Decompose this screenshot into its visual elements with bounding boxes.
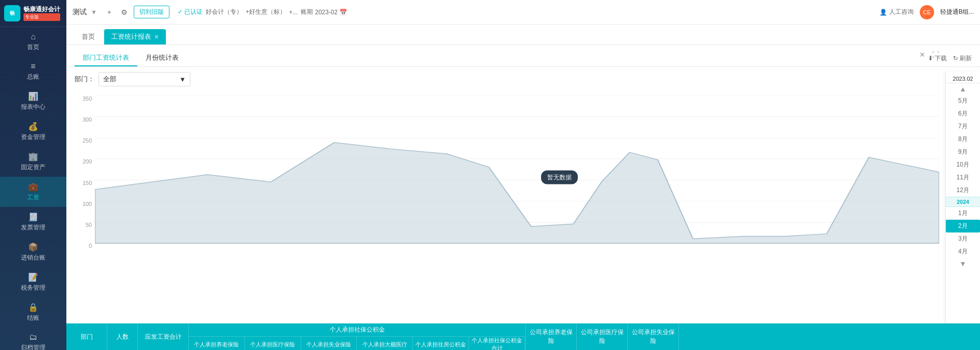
sub-tab-bar: 部门工资统计表 月份统计表 ⬇ 下载 ↻ 刷新 xyxy=(66,45,980,67)
user-avatar[interactable]: CE xyxy=(920,5,934,19)
main-area: 测试 ▼ ＋ ⚙ 切到旧版 ✓ 已认证 好会计（专） +好生意（标） +... … xyxy=(66,0,980,350)
more-badge: +... xyxy=(289,9,298,16)
th-personal-group-cells: 个人承担养老保险 个人承担医疗保险 个人承担失业保险 个人承担大额医疗 个人承担… xyxy=(189,337,525,350)
sidebar-item-salary[interactable]: 💼 工资 xyxy=(0,177,66,207)
dept-filter-select[interactable]: 全部 ▼ xyxy=(99,72,190,86)
calendar-icon[interactable]: 📅 xyxy=(339,9,347,16)
th-total-salary: 应发工资合计 xyxy=(138,323,189,350)
th-personal-group-title: 个人承担社保公积金 xyxy=(189,323,525,337)
y-label-200: 200 xyxy=(83,158,92,165)
good-account-badge: 好会计（专） xyxy=(206,8,242,16)
date-prev-button[interactable]: ▲ xyxy=(946,83,980,95)
date-month-11[interactable]: 11月 xyxy=(946,171,980,184)
y-label-100: 100 xyxy=(83,201,92,207)
settings-button[interactable]: ⚙ xyxy=(118,6,131,18)
date-month-9[interactable]: 9月 xyxy=(946,146,980,158)
sidebar-item-assets[interactable]: 🏢 固定资产 xyxy=(0,147,66,177)
service-icon: 👤 xyxy=(879,9,887,16)
expand-panel-button[interactable]: ⛶ xyxy=(930,49,941,60)
sidebar-item-label: 发票管理 xyxy=(21,223,45,232)
reports-icon: 📊 xyxy=(28,91,38,101)
company-title: 测试 xyxy=(72,8,87,17)
th-company-pension: 公司承担养老保险 xyxy=(526,323,577,350)
tab-close-icon[interactable]: ✕ xyxy=(154,34,159,40)
status-badges: ✓ 已认证 好会计（专） +好生意（标） +... 账期 2023-02 📅 xyxy=(178,8,347,16)
ledger-icon: ≡ xyxy=(31,62,35,71)
date-year-2024: 2024 xyxy=(946,197,980,207)
refresh-button[interactable]: ↻ 刷新 xyxy=(953,54,972,63)
sub-tabs: 部门工资统计表 月份统计表 xyxy=(75,50,187,66)
date-month-4[interactable]: 4月 xyxy=(946,245,980,258)
date-month-7[interactable]: 7月 xyxy=(946,120,980,133)
sidebar-item-funds[interactable]: 💰 资金管理 xyxy=(0,116,66,147)
subtab-dept[interactable]: 部门工资统计表 xyxy=(75,50,137,66)
filter-row: 部门： 全部 ▼ xyxy=(66,67,980,91)
sidebar-item-label: 归档管理 xyxy=(21,343,45,350)
tax-icon: 📝 xyxy=(28,272,38,282)
y-label-50: 50 xyxy=(86,222,92,228)
date-month-8[interactable]: 8月 xyxy=(946,133,980,146)
invoice-icon: 🧾 xyxy=(28,212,38,222)
th-personal-housing: 个人承担住房公积金 xyxy=(413,337,469,350)
sidebar-item-invoice[interactable]: 🧾 发票管理 xyxy=(0,207,66,237)
sidebar-item-label: 资金管理 xyxy=(21,133,45,142)
tab-bar: 首页 工资统计报表 ✕ xyxy=(66,25,980,45)
sidebar-item-archive[interactable]: 🗂 归档管理 xyxy=(0,328,66,350)
sidebar-item-closing[interactable]: 🔒 结账 xyxy=(0,297,66,328)
y-label-300: 300 xyxy=(83,116,92,123)
refresh-icon: ↻ xyxy=(953,55,958,62)
content-top-actions: ✕ ⛶ xyxy=(917,49,941,60)
th-personal-group: 个人承担社保公积金 个人承担养老保险 个人承担医疗保险 个人承担失业保险 个人承… xyxy=(189,323,526,350)
sidebar-item-home[interactable]: ⌂ 首页 xyxy=(0,27,66,57)
sidebar: 畅 畅康通好会计 专业版 ⌂ 首页 ≡ 总账 📊 报表中心 💰 资金管理 🏢 固… xyxy=(0,0,66,350)
content-wrapper: ✕ ⛶ 部门工资统计表 月份统计表 ⬇ 下载 ↻ 刷新 xyxy=(66,45,980,350)
th-personal-large-medical: 个人承担大额医疗 xyxy=(357,337,413,350)
close-panel-button[interactable]: ✕ xyxy=(917,49,928,60)
dropdown-arrow-icon[interactable]: ▼ xyxy=(91,9,97,16)
top-bar: 测试 ▼ ＋ ⚙ 切到旧版 ✓ 已认证 好会计（专） +好生意（标） +... … xyxy=(66,0,980,25)
th-personal-medical: 个人承担医疗保险 xyxy=(245,337,301,350)
th-company-unemployment: 公司承担失业保险 xyxy=(628,323,679,350)
sidebar-nav: ⌂ 首页 ≡ 总账 📊 报表中心 💰 资金管理 🏢 固定资产 💼 工资 🧾 发票… xyxy=(0,27,66,350)
sidebar-item-label: 总账 xyxy=(27,73,39,81)
th-company-medical: 公司承担医疗保险 xyxy=(577,323,628,350)
th-dept: 部门 xyxy=(66,323,107,350)
user-name[interactable]: 轻捷通B组... xyxy=(940,8,974,16)
sidebar-item-ledger[interactable]: ≡ 总账 xyxy=(0,57,66,86)
subtab-monthly[interactable]: 月份统计表 xyxy=(137,50,187,66)
th-personal-unemployment: 个人承担失业保险 xyxy=(301,337,357,350)
archive-icon: 🗂 xyxy=(29,333,37,342)
tab-home[interactable]: 首页 xyxy=(75,29,102,44)
date-month-1[interactable]: 1月 xyxy=(946,207,980,220)
sidebar-item-reports[interactable]: 📊 报表中心 xyxy=(0,86,66,116)
chart-svg xyxy=(95,96,939,244)
y-label-0: 0 xyxy=(89,243,92,249)
th-count: 人数 xyxy=(107,323,138,350)
salary-icon: 💼 xyxy=(28,182,38,192)
date-month-6[interactable]: 6月 xyxy=(946,107,980,120)
date-next-button[interactable]: ▼ xyxy=(946,258,980,269)
date-month-5[interactable]: 5月 xyxy=(946,95,980,107)
switch-version-button[interactable]: 切到旧版 xyxy=(134,6,169,18)
date-month-3[interactable]: 3月 xyxy=(946,232,980,245)
sidebar-item-label: 结账 xyxy=(27,314,39,322)
sales-icon: 📦 xyxy=(28,242,38,252)
service-button[interactable]: 👤 人工咨询 xyxy=(879,8,914,16)
good-business-badge: +好生意（标） xyxy=(246,8,286,16)
topbar-actions: ＋ ⚙ 切到旧版 xyxy=(103,6,169,18)
th-personal-total: 个人承担社保公积金合计 xyxy=(469,337,525,350)
certified-badge: ✓ 已认证 xyxy=(178,8,203,16)
logo-text: 畅康通好会计 专业版 xyxy=(23,6,60,21)
topbar-right: 👤 人工咨询 CE 轻捷通B组... xyxy=(879,5,974,19)
sidebar-item-sales[interactable]: 📦 进销台账 xyxy=(0,237,66,267)
dept-filter-label: 部门： xyxy=(75,75,94,84)
th-personal-pension: 个人承担养老保险 xyxy=(189,337,245,350)
date-panel: 2023.02 ▲ 5月 6月 7月 8月 9月 10月 11月 12月 202… xyxy=(945,72,980,323)
add-button[interactable]: ＋ xyxy=(103,6,115,18)
date-month-10[interactable]: 10月 xyxy=(946,158,980,171)
y-label-150: 150 xyxy=(83,180,92,186)
date-month-12[interactable]: 12月 xyxy=(946,184,980,197)
date-month-2-active[interactable]: 2月 xyxy=(946,220,980,232)
tab-salary-report[interactable]: 工资统计报表 ✕ xyxy=(104,29,166,44)
sidebar-item-tax[interactable]: 📝 税务管理 xyxy=(0,267,66,297)
